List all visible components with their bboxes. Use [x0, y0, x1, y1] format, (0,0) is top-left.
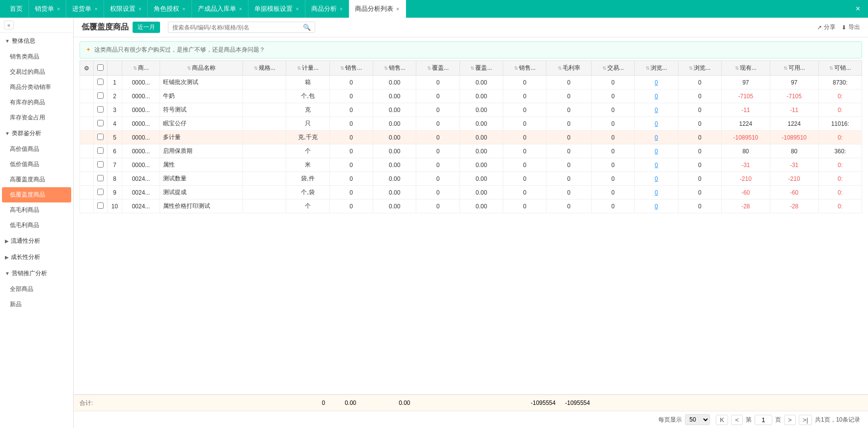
row-checkbox[interactable] [97, 79, 104, 85]
column-available[interactable]: ⇅可用... [770, 61, 818, 76]
nav-tab-product-analysis-list[interactable]: 商品分析列表 × [349, 0, 406, 18]
nav-tab-roles[interactable]: 角色授权 × [148, 0, 191, 18]
cell-check[interactable] [94, 172, 108, 186]
column-transaction[interactable]: ⇅交易... [591, 61, 634, 76]
sidebar-item-stock-capital[interactable]: 库存资金占用 [0, 110, 73, 125]
cell-unit: 个,袋 [286, 186, 329, 200]
sidebar-item-category-rate[interactable]: 商品分类动销率 [0, 80, 73, 95]
close-icon[interactable]: × [94, 6, 97, 12]
nav-tab-template[interactable]: 单据模板设置 × [248, 0, 305, 18]
row-checkbox[interactable] [97, 175, 104, 181]
sidebar-collapse-button[interactable]: « [4, 21, 14, 29]
sidebar-item-all-goods[interactable]: 全部商品 [0, 282, 73, 297]
sidebar-item-high-value[interactable]: 高价值商品 [0, 142, 73, 157]
column-browse2[interactable]: ⇅浏览... [678, 61, 721, 76]
column-sellable[interactable]: ⇅可销... [818, 61, 862, 76]
sidebar-item-high-coverage[interactable]: 高覆盖度商品 [0, 172, 73, 187]
last-page-button[interactable]: >| [799, 415, 812, 425]
column-name[interactable]: ⇅商品名称 [160, 61, 243, 76]
cell-browse1[interactable]: 0 [635, 76, 678, 89]
column-spec[interactable]: ⇅规格... [243, 61, 286, 76]
cell-check[interactable] [94, 131, 108, 144]
next-page-button[interactable]: > [784, 415, 796, 425]
cell-browse1[interactable]: 0 [635, 89, 678, 103]
cell-transaction: 0 [591, 117, 634, 131]
nav-tab-product-analysis[interactable]: 商品分析 × [305, 0, 349, 18]
row-checkbox[interactable] [97, 92, 104, 99]
column-coverage2[interactable]: ⇅覆盖... [460, 61, 503, 76]
cell-browse2: 0 [678, 186, 721, 200]
share-button[interactable]: ↗ 分享 [817, 23, 836, 31]
row-checkbox[interactable] [97, 134, 104, 140]
sidebar-item-low-margin[interactable]: 低毛利商品 [0, 218, 73, 233]
page-input[interactable] [755, 415, 772, 425]
first-page-button[interactable]: K [716, 415, 728, 425]
nav-tab-home[interactable]: 首页 [2, 0, 29, 18]
row-checkbox[interactable] [97, 120, 104, 126]
column-code[interactable]: ⇅商... [122, 61, 160, 76]
per-page-select[interactable]: 50 100 200 [685, 414, 710, 425]
column-settings[interactable]: ⚙ [80, 61, 94, 76]
column-gross-margin[interactable]: ⇅毛利率 [546, 61, 591, 76]
column-sales-count[interactable]: ⇅销售... [329, 61, 373, 76]
sidebar-item-in-stock[interactable]: 有库存的商品 [0, 95, 73, 110]
cell-check[interactable] [94, 117, 108, 131]
cell-browse1[interactable]: 0 [635, 103, 678, 117]
cell-transaction: 0 [591, 103, 634, 117]
row-checkbox[interactable] [97, 106, 104, 113]
cell-browse1[interactable]: 0 [635, 158, 678, 172]
sidebar-section-marketing[interactable]: ▼ 营销推广分析 [0, 265, 73, 282]
cell-browse1[interactable]: 0 [635, 117, 678, 131]
cell-check[interactable] [94, 186, 108, 200]
nav-tab-sales[interactable]: 销货单 × [29, 0, 66, 18]
close-icon[interactable]: × [296, 6, 298, 12]
prev-page-button[interactable]: < [731, 415, 743, 425]
cell-browse1[interactable]: 0 [635, 144, 678, 158]
column-coverage1[interactable]: ⇅覆盖... [416, 61, 460, 76]
close-icon[interactable]: × [138, 6, 141, 12]
sidebar-item-low-value[interactable]: 低价值商品 [0, 157, 73, 172]
sidebar-section-overview[interactable]: ▼ 整体信息 [0, 33, 73, 49]
cell-browse1[interactable]: 0 [635, 200, 678, 213]
close-icon[interactable]: × [340, 6, 343, 12]
sidebar-item-high-margin[interactable]: 高毛利商品 [0, 202, 73, 218]
window-close-button[interactable]: × [850, 4, 866, 13]
time-filter-button[interactable]: 近一月 [133, 22, 160, 33]
column-browse1[interactable]: ⇅浏览... [635, 61, 678, 76]
row-checkbox[interactable] [97, 161, 104, 168]
close-icon[interactable]: × [396, 6, 399, 12]
export-button[interactable]: ⬇ 导出 [841, 23, 860, 31]
cell-check[interactable] [94, 158, 108, 172]
cell-check[interactable] [94, 144, 108, 158]
cell-num: 9 [108, 186, 122, 200]
sidebar-item-sales-goods[interactable]: 销售类商品 [0, 49, 73, 64]
column-unit[interactable]: ⇅计量... [286, 61, 329, 76]
row-checkbox[interactable] [97, 189, 104, 195]
select-all-checkbox[interactable] [97, 64, 104, 71]
cell-check[interactable] [94, 76, 108, 89]
close-icon[interactable]: × [239, 6, 242, 12]
sidebar-section-growth[interactable]: ▶ 成长性分析 [0, 249, 73, 265]
cell-check[interactable] [94, 200, 108, 213]
nav-tab-permissions[interactable]: 权限设置 × [104, 0, 148, 18]
column-current-stock[interactable]: ⇅现有... [722, 61, 770, 76]
sidebar-item-traded-goods[interactable]: 交易过的商品 [0, 64, 73, 80]
nav-tab-finished-goods[interactable]: 产成品入库单 × [192, 0, 248, 18]
close-icon[interactable]: × [57, 6, 60, 12]
cell-check[interactable] [94, 103, 108, 117]
cell-browse1[interactable]: 0 [635, 131, 678, 144]
column-sales-x[interactable]: ⇅销售... [503, 61, 546, 76]
row-checkbox[interactable] [97, 202, 104, 209]
cell-check[interactable] [94, 89, 108, 103]
sidebar-section-group-analysis[interactable]: ▼ 类群鉴分析 [0, 125, 73, 142]
cell-browse1[interactable]: 0 [635, 172, 678, 186]
close-icon[interactable]: × [182, 6, 185, 12]
row-checkbox[interactable] [97, 147, 104, 154]
sidebar-item-low-coverage[interactable]: 低覆盖度商品 [2, 187, 71, 202]
sidebar-section-liquidity[interactable]: ▶ 流通性分析 [0, 233, 73, 249]
nav-tab-purchase[interactable]: 进货单 × [66, 0, 104, 18]
cell-browse1[interactable]: 0 [635, 186, 678, 200]
column-sales-amount[interactable]: ⇅销售... [373, 61, 416, 76]
search-input[interactable] [172, 24, 303, 31]
sidebar-item-new-goods[interactable]: 新品 [0, 297, 73, 312]
